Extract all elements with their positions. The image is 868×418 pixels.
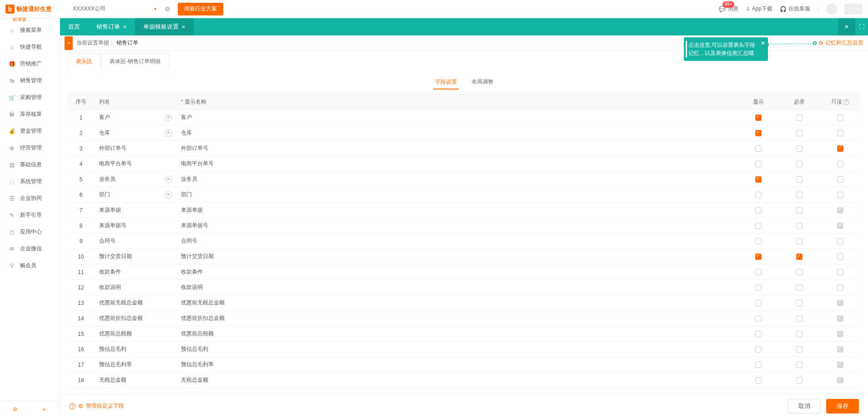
collapse-sidebar-icon[interactable]: ⇤ <box>43 406 47 413</box>
checkbox[interactable] <box>796 377 803 383</box>
checkbox[interactable] <box>796 362 803 368</box>
memory-settings-link[interactable]: ⚙ 记忆和汇总设置 <box>813 39 863 47</box>
cell-display[interactable]: 外部订单号 <box>176 141 738 156</box>
tab-layout[interactable]: 布局调整 <box>470 75 495 90</box>
company-select[interactable]: XXXXXX公司 ▾ <box>69 3 160 15</box>
sidebar-item[interactable]: ◌系统管理 <box>0 173 60 190</box>
cell-display[interactable]: 合同号 <box>176 234 738 249</box>
checkbox[interactable] <box>837 192 843 198</box>
checkbox[interactable] <box>796 114 803 121</box>
checkbox[interactable] <box>796 145 803 152</box>
cell-display[interactable]: 收款条件 <box>176 264 738 280</box>
sidebar-item[interactable]: ◻应用中心 <box>0 224 60 240</box>
sidebar-item[interactable]: ☰企业协同 <box>0 190 60 207</box>
checkbox[interactable] <box>796 192 803 198</box>
manage-custom-fields[interactable]: ? ⚙ 管理自定义字段 <box>69 402 124 410</box>
tab-body-area[interactable]: 表体区-销售订单明细 <box>101 54 169 70</box>
checkbox[interactable] <box>796 269 803 275</box>
sidebar-item[interactable]: ▤基础信息 <box>0 156 60 173</box>
checkbox[interactable] <box>796 207 803 214</box>
checkbox[interactable] <box>755 161 762 167</box>
checkbox[interactable] <box>796 223 803 229</box>
checkbox[interactable] <box>837 269 843 275</box>
checkbox[interactable] <box>755 192 762 198</box>
settings-icon[interactable]: ⚙ <box>13 406 18 413</box>
checkbox[interactable] <box>837 161 843 167</box>
checkbox[interactable] <box>837 145 843 152</box>
expand-icon[interactable]: ⛶ <box>855 18 868 35</box>
tab[interactable]: 销售订单✕ <box>88 18 135 35</box>
sidebar-item[interactable]: 🛍销售管理 <box>0 72 60 89</box>
sidebar-item[interactable]: V畅会员 <box>0 257 60 274</box>
tab-close-icon[interactable]: ✕ <box>123 24 127 30</box>
checkbox[interactable] <box>755 238 762 244</box>
cancel-button[interactable]: 取消 <box>788 399 821 413</box>
add-icon[interactable]: + <box>165 114 172 121</box>
checkbox[interactable] <box>755 284 762 291</box>
checkbox[interactable] <box>755 223 762 229</box>
cell-display[interactable]: 预估总毛利率 <box>176 357 738 373</box>
online-service-link[interactable]: 🎧 在线客服 <box>780 5 810 13</box>
sidebar-item[interactable]: ≣经营管理 <box>0 139 60 156</box>
checkbox[interactable] <box>796 238 803 244</box>
cell-display[interactable]: 客户 <box>176 110 738 125</box>
collapse-panel-icon[interactable]: » <box>65 36 73 50</box>
sidebar-item[interactable]: ✎新手引导 <box>0 207 60 224</box>
checkbox[interactable] <box>755 130 762 136</box>
tab[interactable]: 单据模板设置✕ <box>135 18 194 35</box>
trial-button[interactable]: 体验行业方案 <box>178 3 223 15</box>
checkbox[interactable] <box>755 269 762 275</box>
checkbox[interactable] <box>837 284 843 291</box>
sidebar-item[interactable]: ✉企业微信 <box>0 240 60 257</box>
cell-display[interactable]: 无税总金额 <box>176 373 738 388</box>
checkbox[interactable] <box>755 315 762 322</box>
app-download-link[interactable]: ⇩ App下载 <box>746 5 773 13</box>
checkbox[interactable] <box>796 331 803 337</box>
cell-display[interactable]: 预估总毛利 <box>176 342 738 357</box>
checkbox[interactable] <box>796 161 803 167</box>
cell-display[interactable]: 优惠前无税总金额 <box>176 295 738 311</box>
gear-icon[interactable]: ⚙ <box>165 5 171 13</box>
checkbox[interactable] <box>755 145 762 152</box>
checkbox[interactable] <box>796 130 803 136</box>
checkbox[interactable] <box>755 362 762 368</box>
close-all-tabs[interactable]: ✕ <box>838 18 855 35</box>
cell-display[interactable]: 部门 <box>176 187 738 203</box>
checkbox[interactable] <box>837 254 843 260</box>
tab-close-icon[interactable]: ✕ <box>181 24 186 30</box>
checkbox[interactable] <box>755 176 762 183</box>
checkbox[interactable] <box>755 331 762 337</box>
tab-header-area[interactable]: 表头区 <box>67 54 101 70</box>
sidebar-item[interactable]: 🎁营销推广 <box>0 55 60 72</box>
add-icon[interactable]: + <box>165 191 172 199</box>
sidebar-item[interactable]: 🛒采购管理 <box>0 89 60 106</box>
cell-display[interactable]: 收款说明 <box>176 280 738 295</box>
checkbox[interactable] <box>755 114 762 121</box>
add-icon[interactable]: + <box>165 176 172 183</box>
checkbox[interactable] <box>796 176 803 183</box>
tab[interactable]: 首页 <box>60 18 88 35</box>
checkbox[interactable] <box>796 315 803 322</box>
cell-display[interactable]: 优惠前总税额 <box>176 326 738 342</box>
checkbox[interactable] <box>755 300 762 306</box>
save-button[interactable]: 保存 <box>826 399 859 413</box>
cell-display[interactable]: 来源单据 <box>176 203 738 218</box>
cell-display[interactable]: 预计交货日期 <box>176 249 738 264</box>
tab-field-settings[interactable]: 字段设置 <box>433 75 459 90</box>
checkbox[interactable] <box>755 346 762 353</box>
checkbox[interactable] <box>796 300 803 306</box>
sidebar-item[interactable]: ⌕搜索菜单 <box>0 22 60 39</box>
cell-display[interactable]: 业务员 <box>176 172 738 187</box>
cell-display[interactable]: 仓库 <box>176 125 738 141</box>
checkbox[interactable] <box>837 130 843 136</box>
sidebar-item[interactable]: 💰资金管理 <box>0 123 60 139</box>
checkbox[interactable] <box>837 114 843 121</box>
checkbox[interactable] <box>837 238 843 244</box>
sidebar-item[interactable]: 🏛库存核算 <box>0 106 60 123</box>
avatar[interactable] <box>826 4 837 15</box>
user-menu[interactable] <box>844 4 863 15</box>
cell-display[interactable]: 电商平台单号 <box>176 156 738 172</box>
cell-display[interactable]: 来源单据号 <box>176 218 738 234</box>
add-icon[interactable]: + <box>165 129 172 137</box>
cell-display[interactable]: 优惠前折扣总金额 <box>176 311 738 326</box>
